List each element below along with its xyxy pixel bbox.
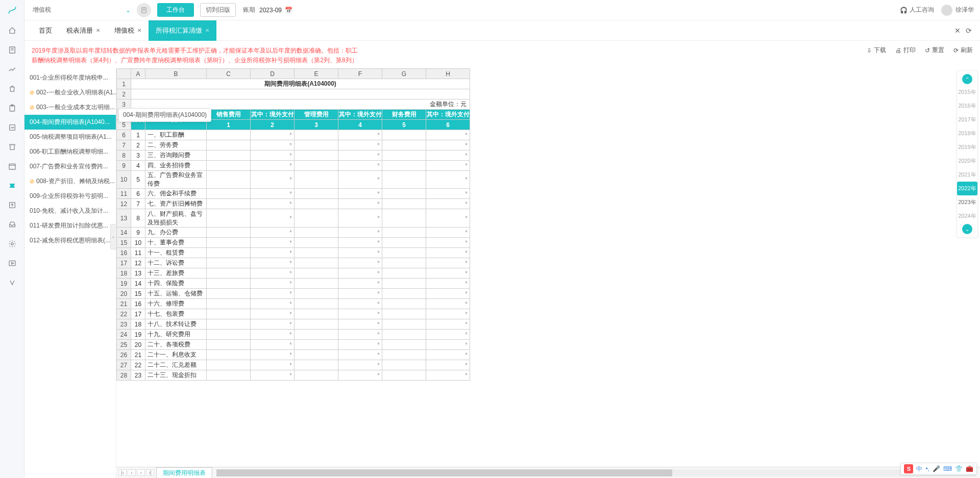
cell-rownum[interactable]: 21	[131, 350, 145, 360]
data-cell[interactable]	[382, 268, 426, 279]
col-header[interactable]: B	[145, 69, 207, 79]
data-cell[interactable]	[207, 289, 251, 299]
data-cell[interactable]: *	[338, 268, 382, 279]
data-cell[interactable]: *	[338, 209, 382, 228]
row-header[interactable]: 28	[117, 370, 131, 381]
data-cell[interactable]	[382, 370, 426, 381]
cell-item[interactable]: 九、办公费	[145, 228, 207, 238]
data-cell[interactable]	[207, 161, 251, 171]
cell-rownum[interactable]: 23	[131, 370, 145, 381]
data-cell[interactable]: *	[338, 238, 382, 248]
form-list-item[interactable]: 001-企业所得税年度纳税申...	[24, 70, 116, 85]
data-cell[interactable]	[207, 279, 251, 289]
data-cell[interactable]: *	[251, 209, 295, 228]
data-cell[interactable]	[295, 289, 338, 299]
data-cell[interactable]: *	[251, 228, 295, 238]
cell-rownum[interactable]: 12	[131, 258, 145, 268]
nav-chart-icon[interactable]	[7, 64, 17, 74]
row-header[interactable]: 13	[117, 209, 131, 228]
nav-doc-icon[interactable]	[7, 45, 17, 55]
form-list-item[interactable]: ⊘002-一般企业收入明细表(A1...	[24, 85, 116, 100]
cell-rownum[interactable]: 9	[131, 228, 145, 238]
data-cell[interactable]	[207, 150, 251, 161]
data-cell[interactable]: *	[251, 161, 295, 171]
tab[interactable]: 首页	[32, 20, 59, 41]
data-cell[interactable]: *	[426, 238, 470, 248]
data-cell[interactable]: *	[338, 140, 382, 150]
data-cell[interactable]: *	[426, 189, 470, 199]
data-cell[interactable]: *	[251, 289, 295, 299]
sheet-tab[interactable]: 期间费用明细表	[156, 467, 212, 479]
cell-rownum[interactable]: 10	[131, 238, 145, 248]
data-cell[interactable]	[207, 258, 251, 268]
row-header[interactable]: 9	[117, 161, 131, 171]
row-header[interactable]: 22	[117, 309, 131, 319]
cell-item[interactable]: 六、佣金和手续费	[145, 189, 207, 199]
cell-item[interactable]: 二、劳务费	[145, 140, 207, 150]
cell-item[interactable]: 二十一、利息收支	[145, 350, 207, 360]
year-scroll-down[interactable]: ⌄	[962, 224, 972, 234]
nav-clipboard-icon[interactable]	[7, 103, 17, 113]
data-cell[interactable]: *	[338, 189, 382, 199]
year-item[interactable]: 2018年	[957, 127, 977, 140]
cell-rownum[interactable]: 18	[131, 319, 145, 330]
col-header[interactable]: A	[131, 69, 145, 79]
data-cell[interactable]	[295, 299, 338, 309]
tab[interactable]: 税表清册✕	[59, 20, 107, 41]
year-item[interactable]: 2021年	[957, 168, 977, 182]
row-header[interactable]: 27	[117, 360, 131, 370]
data-cell[interactable]	[207, 199, 251, 209]
ime-lang[interactable]: 中	[916, 465, 922, 473]
data-cell[interactable]: *	[251, 130, 295, 140]
data-cell[interactable]	[295, 350, 338, 360]
cell-rownum[interactable]: 8	[131, 209, 145, 228]
data-cell[interactable]: *	[251, 199, 295, 209]
nav-home-icon[interactable]	[7, 26, 17, 36]
data-cell[interactable]	[295, 268, 338, 279]
data-cell[interactable]: *	[426, 309, 470, 319]
workspace-button[interactable]: 工作台	[157, 3, 194, 17]
row-header[interactable]: 8	[117, 150, 131, 161]
col-header[interactable]: G	[382, 69, 426, 79]
app-logo[interactable]	[6, 4, 18, 16]
nav-inbox-icon[interactable]	[7, 219, 17, 230]
cell-item[interactable]: 七、资产折旧摊销费	[145, 199, 207, 209]
data-cell[interactable]: *	[426, 150, 470, 161]
data-cell[interactable]: *	[426, 268, 470, 279]
close-icon[interactable]: ✕	[137, 28, 141, 33]
cell-item[interactable]: 十九、研究费用	[145, 330, 207, 340]
cell-rownum[interactable]: 4	[131, 161, 145, 171]
data-cell[interactable]: *	[426, 161, 470, 171]
data-cell[interactable]	[207, 319, 251, 330]
cell-item[interactable]: 五、广告费和业务宣传费	[145, 171, 207, 189]
cell-item[interactable]: 十八、技术转让费	[145, 319, 207, 330]
data-cell[interactable]: *	[251, 370, 295, 381]
data-cell[interactable]: *	[426, 171, 470, 189]
data-cell[interactable]	[382, 319, 426, 330]
tab[interactable]: 增值税✕	[107, 20, 149, 41]
nav-settings-icon[interactable]	[7, 239, 17, 249]
year-item[interactable]: 2020年	[957, 154, 977, 168]
data-cell[interactable]: *	[426, 370, 470, 381]
cell-item[interactable]: 二十三、现金折扣	[145, 370, 207, 381]
col-header[interactable]: F	[338, 69, 382, 79]
row-header[interactable]: 11	[117, 189, 131, 199]
old-version-button[interactable]: 切到旧版	[200, 3, 236, 17]
data-cell[interactable]: *	[338, 150, 382, 161]
data-cell[interactable]	[382, 150, 426, 161]
nav-export-icon[interactable]	[7, 200, 17, 210]
data-cell[interactable]: *	[251, 299, 295, 309]
row-header[interactable]: 21	[117, 299, 131, 309]
data-cell[interactable]	[295, 228, 338, 238]
cell-rownum[interactable]: 20	[131, 340, 145, 350]
cell-rownum[interactable]: 5	[131, 171, 145, 189]
cell-item[interactable]: 三、咨询顾问费	[145, 150, 207, 161]
support-link[interactable]: 🎧 人工咨询	[900, 6, 934, 14]
ime-mic-icon[interactable]: 🎤	[933, 465, 940, 472]
row-header[interactable]: 1	[117, 79, 131, 89]
data-cell[interactable]	[207, 360, 251, 370]
data-cell[interactable]	[207, 299, 251, 309]
cell-rownum[interactable]: 2	[131, 140, 145, 150]
data-cell[interactable]	[382, 161, 426, 171]
print-button[interactable]: 🖨打印	[895, 46, 916, 55]
